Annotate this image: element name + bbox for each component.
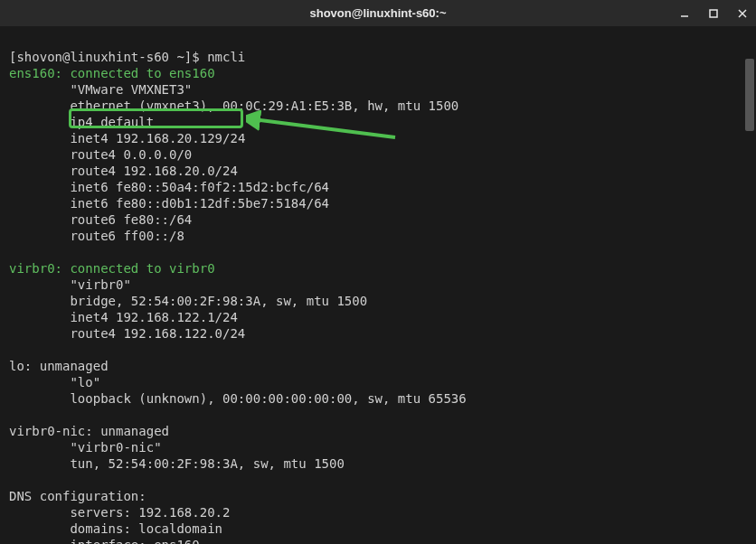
lo-header: lo: unmanaged xyxy=(9,359,109,373)
close-button[interactable] xyxy=(736,7,749,20)
arrow-annotation xyxy=(246,110,409,146)
window-controls xyxy=(678,7,749,20)
dns-interface: interface: ens160 xyxy=(9,538,200,544)
virbr0-route4: route4 192.168.122.0/24 xyxy=(9,326,245,341)
command-text: nmcli xyxy=(207,50,245,64)
virbr0-header: virbr0: connected to virbr0 xyxy=(9,261,215,276)
ens160-inet4-prefix: inet4 xyxy=(9,131,116,145)
svg-line-5 xyxy=(253,119,395,137)
lo-device: "lo" xyxy=(9,375,100,389)
svg-rect-1 xyxy=(710,10,717,17)
ens160-inet4-suffix: /24 xyxy=(222,131,245,145)
window-title: shovon@linuxhint-s60:~ xyxy=(310,6,447,20)
virbr0-device: "virbr0" xyxy=(9,277,131,292)
prompt: [shovon@linuxhint-s60 ~]$ xyxy=(9,50,207,64)
minimize-button[interactable] xyxy=(678,7,691,20)
ens160-route4-0: route4 0.0.0.0/0 xyxy=(9,147,192,162)
terminal-body[interactable]: [shovon@linuxhint-s60 ~]$ nmcli ens160: … xyxy=(0,27,756,544)
ens160-route6-0: route6 fe80::/64 xyxy=(9,212,192,227)
titlebar: shovon@linuxhint-s60:~ xyxy=(0,0,756,27)
lo-details: loopback (unknown), 00:00:00:00:00:00, s… xyxy=(9,391,467,406)
ens160-header: ens160: connected to ens160 xyxy=(9,66,215,80)
virbr0-inet4: inet4 192.168.122.1/24 xyxy=(9,310,238,324)
terminal-window: shovon@linuxhint-s60:~ [shovon@linuxhint… xyxy=(0,0,756,544)
dns-servers: servers: 192.168.20.2 xyxy=(9,505,230,520)
dns-domains: domains: localdomain xyxy=(9,521,222,536)
virbr0nic-header: virbr0-nic: unmanaged xyxy=(9,424,169,438)
ens160-route6-1: route6 ff00::/8 xyxy=(9,229,184,243)
virbr0-details: bridge, 52:54:00:2F:98:3A, sw, mtu 1500 xyxy=(9,294,367,308)
ens160-inet4-addr: 192.168.20.129 xyxy=(116,131,222,145)
scrollbar-thumb[interactable] xyxy=(745,59,754,131)
virbr0nic-device: "virbr0-nic" xyxy=(9,440,162,455)
ens160-inet6-1: inet6 fe80::d0b1:12df:5be7:5184/64 xyxy=(9,196,329,211)
ens160-inet6-0: inet6 fe80::50a4:f0f2:15d2:bcfc/64 xyxy=(9,180,329,194)
virbr0nic-details: tun, 52:54:00:2F:98:3A, sw, mtu 1500 xyxy=(9,456,345,471)
ens160-device: "VMware VMXNET3" xyxy=(9,82,192,97)
maximize-button[interactable] xyxy=(707,7,720,20)
ens160-ip4-default: ip4 default xyxy=(9,115,154,129)
ens160-route4-1: route4 192.168.20.0/24 xyxy=(9,164,238,178)
dns-header: DNS configuration: xyxy=(9,489,146,503)
ens160-details: ethernet (vmxnet3), 00:0C:29:A1:E5:3B, h… xyxy=(9,98,458,113)
